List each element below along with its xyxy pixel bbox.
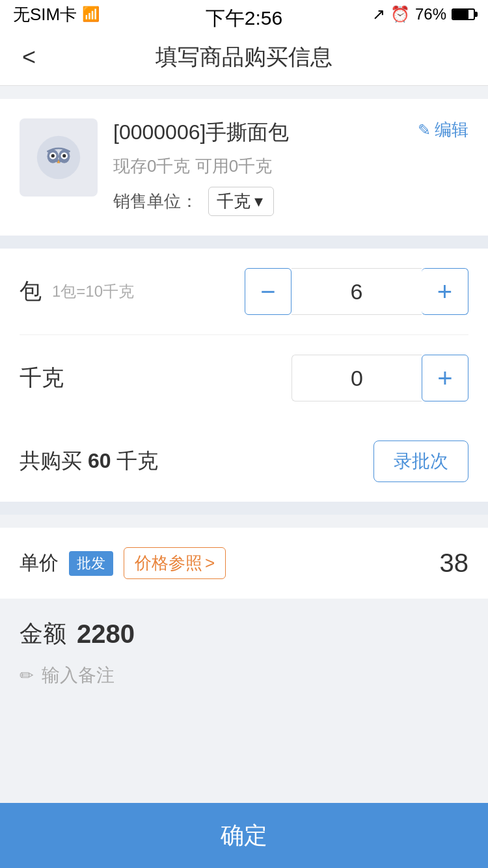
batch-button[interactable]: 录批次 xyxy=(373,441,468,482)
wifi-icon: 📶 xyxy=(82,6,100,23)
product-info: [0000006]手撕面包 现存0千克 可用0千克 销售单位： 千克 ▾ xyxy=(113,118,468,216)
status-left: 无SIM卡 📶 xyxy=(13,3,100,26)
product-stock: 现存0千克 可用0千克 xyxy=(113,155,468,178)
status-bar: 无SIM卡 📶 下午2:56 ↗ ⏰ 76% xyxy=(0,0,488,29)
price-row: 单价 批发 价格参照 > 38 xyxy=(20,547,468,579)
unit-label: 销售单位： xyxy=(113,190,198,213)
product-thumbnail xyxy=(20,118,98,197)
svg-point-5 xyxy=(51,154,55,157)
quantity-section: 包 1包=10千克 − + 千克 + xyxy=(0,249,488,421)
remark-row[interactable]: ✏ 输入备注 xyxy=(20,663,468,688)
bag-input[interactable] xyxy=(291,268,422,315)
page-title: 填写商品购买信息 xyxy=(156,42,332,72)
amount-label: 金额 xyxy=(20,618,66,650)
edit-button[interactable]: ✎ 编辑 xyxy=(418,118,468,141)
kg-quantity-row: 千克 + xyxy=(20,335,468,421)
section-divider-2 xyxy=(0,502,488,515)
svg-point-6 xyxy=(62,154,66,157)
section-divider-1 xyxy=(0,236,488,249)
summary-prefix: 共购买 xyxy=(20,449,82,472)
nav-bar: < 填写商品购买信息 xyxy=(0,29,488,86)
product-name: [0000006]手撕面包 xyxy=(113,118,468,147)
price-tag: 批发 xyxy=(69,551,113,576)
unit-value: 千克 xyxy=(217,190,251,213)
kg-label-group: 千克 xyxy=(20,363,64,393)
amount-row: 金额 2280 xyxy=(20,618,468,650)
pencil-icon: ✏ xyxy=(20,666,34,686)
bag-minus-button[interactable]: − xyxy=(245,268,291,315)
kg-label: 千克 xyxy=(20,363,64,393)
remark-placeholder: 输入备注 xyxy=(42,663,115,688)
location-icon: ↗ xyxy=(372,5,385,23)
svg-point-0 xyxy=(37,136,81,180)
price-ref-button[interactable]: 价格参照 > xyxy=(124,547,226,579)
price-value: 38 xyxy=(440,549,469,578)
edit-icon: ✎ xyxy=(418,121,431,139)
status-time: 下午2:56 xyxy=(206,5,282,32)
confirm-button[interactable]: 确定 xyxy=(0,803,488,868)
summary-amount: 60 xyxy=(88,449,111,472)
product-image xyxy=(36,135,81,180)
product-unit-row: 销售单位： 千克 ▾ xyxy=(113,187,468,216)
carrier-text: 无SIM卡 xyxy=(13,3,77,26)
bag-sub-label: 1包=10千克 xyxy=(52,281,134,302)
product-card: [0000006]手撕面包 现存0千克 可用0千克 销售单位： 千克 ▾ ✎ 编… xyxy=(0,99,488,236)
bag-label-group: 包 1包=10千克 xyxy=(20,277,134,306)
summary-row: 共购买 60 千克 录批次 xyxy=(0,421,488,502)
alarm-icon: ⏰ xyxy=(390,5,410,23)
amount-section: 金额 2280 ✏ 输入备注 xyxy=(0,599,488,701)
price-ref-label: 价格参照 xyxy=(135,552,202,575)
status-right: ↗ ⏰ 76% xyxy=(372,5,475,23)
bag-controls: − + xyxy=(245,268,468,315)
price-label: 单价 xyxy=(20,550,59,576)
kg-plus-button[interactable]: + xyxy=(422,355,468,401)
kg-controls: + xyxy=(291,355,468,401)
summary-text: 共购买 60 千克 xyxy=(20,447,158,476)
kg-input[interactable] xyxy=(291,355,422,401)
bag-quantity-row: 包 1包=10千克 − + xyxy=(20,249,468,335)
back-button[interactable]: < xyxy=(16,37,42,77)
battery-fill xyxy=(453,10,468,19)
unit-dropdown[interactable]: 千克 ▾ xyxy=(208,187,274,216)
summary-unit: 千克 xyxy=(116,449,158,472)
bag-label: 包 xyxy=(20,277,42,306)
price-section: 单价 批发 价格参照 > 38 xyxy=(0,528,488,599)
edit-label: 编辑 xyxy=(435,118,468,141)
amount-value: 2280 xyxy=(77,619,135,649)
battery-percent: 76% xyxy=(415,5,446,23)
price-ref-arrow-icon: > xyxy=(205,553,215,573)
battery-icon xyxy=(452,8,475,20)
dropdown-arrow-icon: ▾ xyxy=(254,191,263,211)
bag-plus-button[interactable]: + xyxy=(422,268,468,315)
